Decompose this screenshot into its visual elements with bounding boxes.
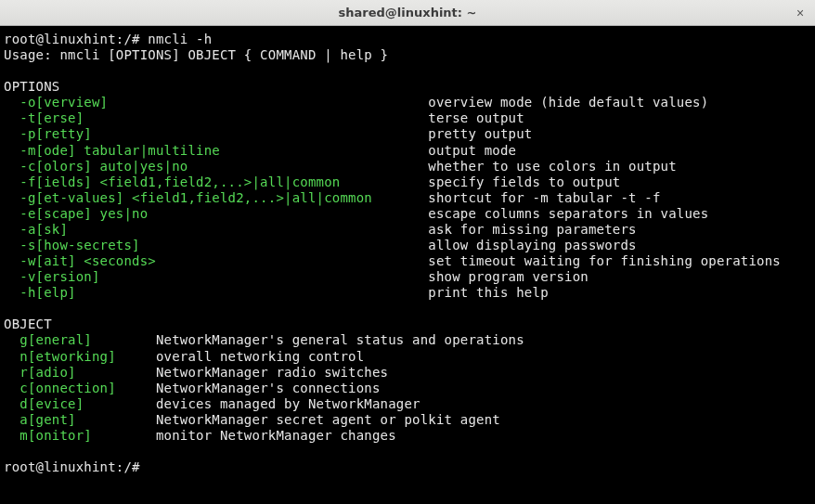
option-flag: -v[ersion] — [4, 269, 428, 284]
option-desc: whether to use colors in output — [428, 159, 677, 174]
objects-list: g[eneral] NetworkManager's general statu… — [4, 332, 811, 444]
window-title: shared@linuxhint: ~ — [339, 6, 477, 19]
option-flag: -c[olors] auto|yes|no — [4, 159, 428, 174]
option-row: -s[how-secrets] allow displaying passwor… — [4, 238, 811, 253]
object-desc: overall networking control — [156, 349, 364, 364]
option-desc: print this help — [428, 285, 548, 300]
object-row: m[onitor] monitor NetworkManager changes — [4, 428, 811, 444]
option-flag: -t[erse] — [4, 110, 428, 125]
object-name: g[eneral] — [4, 332, 156, 347]
object-row: g[eneral] NetworkManager's general statu… — [4, 332, 811, 348]
option-flag: -m[ode] tabular|multiline — [4, 143, 428, 158]
option-desc: show program version — [428, 269, 589, 284]
option-desc: output mode — [428, 143, 516, 158]
option-row: -e[scape] yes|no escape columns separato… — [4, 206, 811, 222]
shell-prompt: root@linuxhint:/# — [4, 459, 140, 474]
object-desc: devices managed by NetworkManager — [156, 396, 420, 411]
close-icon[interactable]: × — [793, 6, 808, 20]
option-row: -g[et-values] <field1,field2,...>|all|co… — [4, 190, 811, 206]
object-name: m[onitor] — [4, 428, 156, 443]
option-desc: terse output — [428, 110, 524, 125]
option-flag: -f[ields] <field1,field2,...>|all|common — [4, 174, 428, 189]
option-desc: ask for missing parameters — [428, 222, 636, 237]
blank-line — [4, 444, 811, 459]
object-name: d[evice] — [4, 396, 156, 411]
option-row: -o[verview] overview mode (hide default … — [4, 95, 811, 110]
shell-prompt: root@linuxhint:/# — [4, 32, 148, 46]
object-desc: NetworkManager's connections — [156, 381, 381, 395]
option-desc: pretty output — [428, 126, 532, 141]
options-header: OPTIONS — [4, 79, 811, 95]
prompt-line: root@linuxhint:/# — [4, 459, 811, 475]
option-desc: overview mode (hide default values) — [428, 95, 708, 110]
object-row: a[gent] NetworkManager secret agent or p… — [4, 412, 811, 428]
usage-line: Usage: nmcli [OPTIONS] OBJECT { COMMAND … — [4, 47, 811, 63]
terminal-viewport[interactable]: root@linuxhint:/# nmcli -h Usage: nmcli … — [0, 26, 815, 504]
object-desc: NetworkManager radio switches — [156, 365, 388, 380]
option-desc: allow displaying passwords — [428, 238, 636, 252]
object-desc: monitor NetworkManager changes — [156, 428, 396, 443]
option-flag: -o[verview] — [4, 95, 428, 110]
object-row: c[onnection] NetworkManager's connection… — [4, 381, 811, 396]
option-flag: -a[sk] — [4, 222, 428, 237]
window-titlebar: shared@linuxhint: ~ × — [0, 0, 815, 26]
option-row: -v[ersion] show program version — [4, 269, 811, 285]
object-name: n[etworking] — [4, 349, 156, 364]
object-name: a[gent] — [4, 412, 156, 427]
option-row: -t[erse] terse output — [4, 110, 811, 126]
object-row: r[adio] NetworkManager radio switches — [4, 365, 811, 381]
object-desc: NetworkManager's general status and oper… — [156, 332, 524, 347]
objects-header: OBJECT — [4, 317, 811, 332]
option-row: -a[sk] ask for missing parameters — [4, 222, 811, 238]
options-list: -o[verview] overview mode (hide default … — [4, 95, 811, 301]
object-desc: NetworkManager secret agent or polkit ag… — [156, 412, 500, 427]
option-desc: shortcut for -m tabular -t -f — [428, 190, 660, 205]
option-row: -c[olors] auto|yes|no whether to use col… — [4, 159, 811, 174]
option-flag: -p[retty] — [4, 126, 428, 141]
option-flag: -h[elp] — [4, 285, 428, 300]
option-row: -m[ode] tabular|multiline output mode — [4, 143, 811, 159]
shell-command: nmcli -h — [148, 32, 212, 46]
blank-line — [4, 301, 811, 317]
option-flag: -w[ait] <seconds> — [4, 253, 428, 268]
object-row: n[etworking] overall networking control — [4, 349, 811, 365]
blank-line — [4, 63, 811, 79]
object-name: c[onnection] — [4, 381, 156, 395]
option-desc: specify fields to output — [428, 174, 620, 189]
option-row: -w[ait] <seconds> set timeout waiting fo… — [4, 253, 811, 269]
option-row: -f[ields] <field1,field2,...>|all|common… — [4, 174, 811, 190]
prompt-line: root@linuxhint:/# nmcli -h — [4, 32, 811, 47]
option-flag: -s[how-secrets] — [4, 238, 428, 252]
option-row: -p[retty] pretty output — [4, 126, 811, 142]
option-flag: -g[et-values] <field1,field2,...>|all|co… — [4, 190, 428, 205]
option-flag: -e[scape] yes|no — [4, 206, 428, 221]
option-desc: escape columns separators in values — [428, 206, 708, 221]
option-row: -h[elp] print this help — [4, 285, 811, 301]
option-desc: set timeout waiting for finishing operat… — [428, 253, 781, 268]
object-name: r[adio] — [4, 365, 156, 380]
object-row: d[evice] devices managed by NetworkManag… — [4, 396, 811, 412]
